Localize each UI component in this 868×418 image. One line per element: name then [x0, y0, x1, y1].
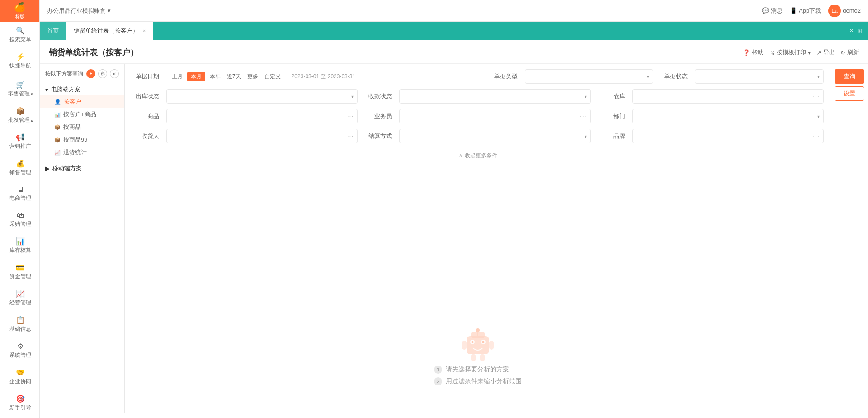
scheme-item-by-goods99[interactable]: 📦 按商品99: [40, 133, 124, 146]
help-btn[interactable]: ❓ 帮助: [743, 48, 764, 57]
warehouse-control[interactable]: ···: [632, 89, 824, 104]
sales-icon: 💰: [16, 159, 25, 168]
sidebar-item-collab[interactable]: 🤝 企业协同: [0, 364, 39, 390]
sidebar-item-marketing[interactable]: 📢 营销推广: [0, 128, 39, 155]
brand-dots[interactable]: ···: [813, 133, 820, 140]
sidebar-item-purchase[interactable]: 🛍 采购管理: [0, 207, 39, 233]
guide-icon: 🎯: [16, 394, 25, 403]
date-more-btn[interactable]: 更多: [245, 72, 260, 81]
scheme-item-customer-goods[interactable]: 📊 按客户+商品: [40, 108, 124, 121]
refresh-icon: ↻: [840, 49, 845, 56]
logo-text: 标版: [15, 14, 24, 20]
scheme-add-btn[interactable]: +: [86, 69, 95, 78]
sidebar-item-inventory[interactable]: 📊 库存核算: [0, 233, 39, 259]
main-container: 办公用品行业模拟账套 ▾ 💬 消息 📱 App下载 Ea demo2 首页: [40, 0, 868, 418]
warehouse-dots[interactable]: ···: [813, 93, 820, 100]
company-dropdown-icon: ▾: [108, 7, 111, 14]
sidebar-item-sales[interactable]: 💰 销售管理: [0, 155, 39, 181]
sidebar-item-appcenter[interactable]: 📱 应用中心: [0, 416, 39, 418]
sidebar-item-retail[interactable]: 🛒 零售管理▾: [0, 76, 39, 102]
settle-control[interactable]: ▾: [399, 129, 590, 143]
sidebar-item-system[interactable]: ⚙ 系统管理: [0, 337, 39, 364]
sidebar-item-quicknav[interactable]: ⚡ 快捷导航: [0, 48, 39, 74]
sidebar-item-operations[interactable]: 📈 经营管理: [0, 285, 39, 311]
maximize-window-icon[interactable]: ⊞: [857, 27, 863, 34]
filter-area: 单据日期 上月 本月 本年 近7天 更多 自定义 2023-03-01 至 20…: [125, 64, 831, 293]
doc-status-label: 单据状态: [660, 72, 688, 81]
help-label: 帮助: [752, 48, 764, 57]
scheme-item-return-stats[interactable]: 📈 退货统计: [40, 146, 124, 159]
app-download-btn[interactable]: 📱 App下载: [790, 7, 821, 15]
date-range: 2023-03-01 至 2023-03-31: [292, 73, 355, 81]
tab-home[interactable]: 首页: [40, 22, 66, 40]
staff-control[interactable]: ···: [399, 109, 590, 124]
scheme-item-by-goods[interactable]: 📦 按商品: [40, 121, 124, 133]
payment-status-control[interactable]: ▾: [399, 89, 590, 104]
wholesale-label: 批发管理▴: [8, 116, 33, 124]
date-this-month-btn[interactable]: 本月: [187, 72, 205, 81]
doc-status-control[interactable]: ▾: [695, 69, 824, 84]
out-status-control[interactable]: ▾: [166, 89, 358, 104]
filter-row-2: 出库状态 ▾ 收款状态 ▾ 仓库 ···: [132, 89, 824, 104]
sidebar-item-basics[interactable]: 📋 基础信息: [0, 311, 39, 337]
query-button[interactable]: 查询: [835, 69, 864, 84]
marketing-icon: 📢: [16, 133, 25, 142]
quicknav-label: 快捷导航: [9, 62, 31, 70]
date-this-year-btn[interactable]: 本年: [208, 72, 222, 81]
sidebar: 🍊 标版 🔍 搜索菜单 ⚡ 快捷导航 🛒 零售管理▾ 📦 批发管理▴ 📢 营销推…: [0, 0, 40, 418]
tab-close-icon[interactable]: ×: [143, 28, 146, 33]
company-label: 办公用品行业模拟账套: [47, 7, 106, 15]
sidebar-item-ecommerce[interactable]: 🖥 电商管理: [0, 181, 39, 207]
right-panel: 单据日期 上月 本月 本年 近7天 更多 自定义 2023-03-01 至 20…: [125, 64, 831, 413]
tab-sales-report[interactable]: 销货单统计表（按客户） ×: [66, 22, 153, 40]
goods-control[interactable]: ···: [166, 109, 358, 124]
svg-rect-10: [471, 354, 476, 361]
scheme-item-label-1: 按客户+商品: [63, 110, 96, 119]
settings-button[interactable]: 设置: [835, 86, 864, 101]
sidebar-item-finance[interactable]: 💳 资金管理: [0, 259, 39, 285]
doc-type-control[interactable]: ▾: [525, 69, 654, 84]
goods-dots[interactable]: ···: [347, 113, 354, 120]
collapse-bar[interactable]: ∧ 收起更多条件: [132, 149, 824, 162]
tab-window-controls: × ⊞: [844, 22, 868, 40]
close-window-icon[interactable]: ×: [849, 27, 854, 35]
marketing-label: 营销推广: [9, 142, 31, 150]
dept-control[interactable]: ▾: [632, 109, 824, 124]
export-icon: ↗: [816, 49, 821, 56]
scheme-mobile-group-header[interactable]: ▶ 移动端方案: [40, 162, 124, 174]
date-custom-btn[interactable]: 自定义: [263, 72, 283, 81]
content-body: 按以下方案查询 + ⚙ « ▾ 电脑端方案 👤 按客户: [40, 64, 868, 413]
page-header: 销货单统计表（按客户） ❓ 帮助 🖨 按模板打印 ▾ ↗ 导出 ↻ 刷新: [40, 40, 868, 64]
brand-control[interactable]: ···: [632, 129, 824, 143]
company-selector[interactable]: 办公用品行业模拟账套 ▾: [47, 7, 111, 15]
scheme-collapse-btn[interactable]: «: [110, 69, 119, 78]
date-last7-btn[interactable]: 近7天: [225, 72, 243, 81]
refresh-btn[interactable]: ↻ 刷新: [840, 48, 859, 57]
sidebar-item-search[interactable]: 🔍 搜索菜单: [0, 22, 39, 48]
svg-rect-0: [467, 336, 489, 354]
export-btn[interactable]: ↗ 导出: [816, 48, 835, 57]
customer-scheme-icon: 👤: [54, 99, 61, 105]
refresh-label: 刷新: [847, 48, 859, 57]
sidebar-item-guide[interactable]: 🎯 新手引导: [0, 390, 39, 416]
finance-icon: 💳: [16, 263, 25, 272]
tip-text-1: 请先选择要分析的方案: [446, 366, 509, 374]
consignee-dots[interactable]: ···: [347, 133, 354, 140]
user-area[interactable]: Ea demo2: [828, 5, 861, 17]
staff-dots[interactable]: ···: [580, 113, 587, 120]
system-label: 系统管理: [9, 352, 31, 359]
out-status-dropdown: ▾: [351, 94, 354, 99]
message-btn[interactable]: 💬 消息: [762, 7, 783, 15]
sidebar-item-wholesale[interactable]: 📦 批发管理▴: [0, 102, 39, 128]
scheme-settings-btn[interactable]: ⚙: [98, 69, 107, 78]
scheme-item-by-customer[interactable]: 👤 按客户: [40, 95, 124, 108]
date-last-month-btn[interactable]: 上月: [170, 72, 184, 81]
avatar: Ea: [828, 5, 841, 17]
message-label: 消息: [771, 7, 783, 15]
scheme-desktop-group-header[interactable]: ▾ 电脑端方案: [40, 84, 124, 95]
search-icon: 🔍: [16, 26, 25, 35]
consignee-control[interactable]: ···: [166, 129, 358, 143]
scheme-title: 按以下方案查询: [45, 70, 83, 78]
print-btn[interactable]: 🖨 按模板打印 ▾: [769, 48, 811, 57]
help-icon: ❓: [743, 49, 750, 56]
